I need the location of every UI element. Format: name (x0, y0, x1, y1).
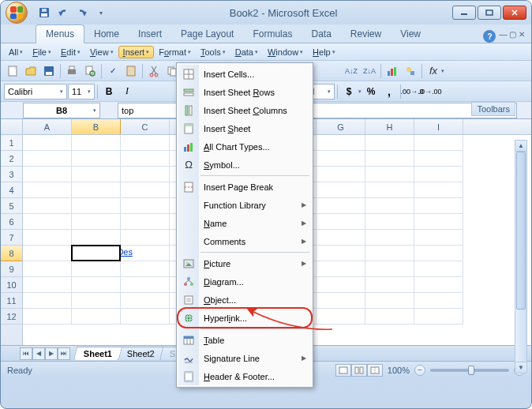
view-page-break-icon[interactable] (367, 364, 383, 377)
tab-data[interactable]: Data (302, 25, 340, 43)
row-header-1[interactable]: 1 (1, 135, 22, 151)
vertical-scrollbar[interactable]: ▲ ▼ (515, 140, 527, 373)
scroll-down-button[interactable]: ▼ (515, 362, 526, 373)
minimize-button[interactable] (452, 6, 476, 20)
help-icon[interactable]: ? (483, 30, 496, 43)
col-header-H[interactable]: H (365, 119, 414, 134)
font-name-select[interactable]: Calibri▾ (4, 84, 67, 99)
row-header-5[interactable]: 5 (1, 198, 22, 214)
menu-view[interactable]: View▾ (85, 46, 118, 58)
row-header-6[interactable]: 6 (1, 214, 22, 230)
menu-help[interactable]: Help▾ (308, 46, 340, 58)
tab-menus[interactable]: Menus (36, 24, 84, 43)
row-header-4[interactable]: 4 (1, 182, 22, 198)
sheet-nav-first[interactable]: ⏮ (20, 347, 32, 360)
menu-signature-line[interactable]: Signature Line▶ (178, 349, 311, 367)
redo-icon[interactable] (73, 5, 91, 21)
menu-chart-types[interactable]: All Chart Types... (178, 137, 311, 156)
qat-customize-icon[interactable]: ▾ (92, 5, 110, 21)
row-header-11[interactable]: 11 (1, 293, 22, 309)
menu-window[interactable]: Window▾ (263, 46, 308, 58)
tab-page-layout[interactable]: Page Layout (171, 25, 243, 43)
menu-format[interactable]: Format▾ (154, 46, 196, 58)
sort-desc-icon[interactable]: Z↓A (361, 62, 378, 80)
italic-button[interactable]: I (118, 83, 136, 100)
tab-home[interactable]: Home (84, 25, 129, 43)
row-header-2[interactable]: 2 (1, 151, 22, 167)
spelling-icon[interactable]: ✓ (104, 62, 122, 80)
zoom-slider[interactable] (430, 369, 509, 372)
col-header-G[interactable]: G (317, 119, 365, 134)
select-all-corner[interactable] (1, 119, 23, 135)
view-page-layout-icon[interactable] (351, 364, 367, 377)
sort-asc-icon[interactable]: A↓Z (343, 62, 360, 80)
currency-icon[interactable]: $ (340, 83, 358, 100)
menu-table[interactable]: Table (178, 331, 311, 349)
office-button[interactable] (6, 2, 28, 24)
chart-wizard-icon[interactable] (384, 62, 401, 80)
row-header-12[interactable]: 12 (1, 309, 22, 325)
menu-object[interactable]: Object... (178, 291, 311, 309)
menu-picture[interactable]: Picture▶ (178, 254, 311, 272)
menu-insert[interactable]: Insert▾ (118, 46, 155, 58)
menu-edit[interactable]: Edit▾ (56, 46, 85, 58)
menu-comments[interactable]: Comments▶ (178, 232, 311, 250)
bold-button[interactable]: B (100, 83, 118, 100)
menu-insert-cells[interactable]: Insert Cells... (178, 65, 311, 83)
menu-tools[interactable]: Tools▾ (196, 46, 230, 58)
new-icon[interactable] (4, 62, 21, 80)
menu-all[interactable]: All▾ (4, 46, 28, 58)
close-button[interactable] (503, 6, 526, 20)
menu-insert-columns[interactable]: Insert Sheet Columns (178, 101, 311, 119)
col-header-I[interactable]: I (414, 119, 463, 134)
autosum-icon[interactable]: fx (425, 62, 442, 80)
view-normal-icon[interactable] (335, 364, 351, 377)
row-header-9[interactable]: 9 (1, 261, 22, 277)
menu-file[interactable]: File▾ (28, 46, 56, 58)
sheet-tab-1[interactable]: Sheet1 (73, 347, 123, 360)
research-icon[interactable] (122, 62, 140, 80)
sheet-tab-2[interactable]: Sheet2 (117, 347, 165, 360)
row-header-7[interactable]: 7 (1, 230, 22, 246)
zoom-level[interactable]: 100% (388, 366, 410, 375)
menu-page-break[interactable]: Insert Page Break (178, 178, 311, 196)
sheet-nav-next[interactable]: ▶ (45, 347, 58, 360)
tab-insert[interactable]: Insert (129, 25, 171, 43)
undo-icon[interactable] (54, 5, 72, 21)
menu-symbol[interactable]: ΩSymbol... (178, 156, 311, 174)
doc-window-controls[interactable]: — ▢ ✕ (499, 30, 525, 43)
row-header-10[interactable]: 10 (1, 277, 22, 293)
comma-icon[interactable]: , (380, 83, 398, 100)
decrease-decimal-icon[interactable]: .0→.00 (421, 83, 439, 100)
name-box[interactable]: B8▾ (23, 103, 100, 118)
menu-diagram[interactable]: Diagram... (178, 272, 311, 291)
menu-data[interactable]: Data▾ (230, 46, 263, 58)
col-header-A[interactable]: A (23, 119, 72, 134)
percent-icon[interactable]: % (362, 83, 380, 100)
menu-function-library[interactable]: Function Library▶ (178, 196, 311, 214)
menu-insert-sheet[interactable]: Insert Sheet (178, 119, 311, 137)
open-icon[interactable] (22, 62, 39, 80)
row-header-3[interactable]: 3 (1, 167, 22, 182)
drawing-icon[interactable] (402, 62, 419, 80)
scroll-thumb[interactable] (516, 152, 526, 310)
maximize-button[interactable] (478, 6, 501, 20)
sheet-nav-prev[interactable]: ◀ (32, 347, 45, 360)
print-icon[interactable] (63, 62, 81, 80)
scroll-up-button[interactable]: ▲ (515, 141, 526, 152)
tab-formulas[interactable]: Formulas (243, 25, 302, 43)
save-icon[interactable] (36, 5, 53, 21)
zoom-out-button[interactable]: − (414, 365, 425, 376)
row-header-8[interactable]: 8 (1, 246, 22, 261)
menu-hyperlink[interactable]: Hyperlink... (178, 309, 311, 327)
col-header-B[interactable]: B (72, 119, 121, 134)
menu-header-footer[interactable]: Header & Footer... (178, 367, 311, 385)
print-preview-icon[interactable] (81, 62, 99, 80)
save-icon[interactable] (40, 62, 58, 80)
col-header-C[interactable]: C (121, 119, 170, 134)
sheet-nav-last[interactable]: ⏭ (58, 347, 70, 360)
tab-review[interactable]: Review (341, 25, 391, 43)
cut-icon[interactable] (145, 62, 163, 80)
tab-view[interactable]: View (391, 25, 430, 43)
menu-name[interactable]: Name▶ (178, 214, 311, 232)
